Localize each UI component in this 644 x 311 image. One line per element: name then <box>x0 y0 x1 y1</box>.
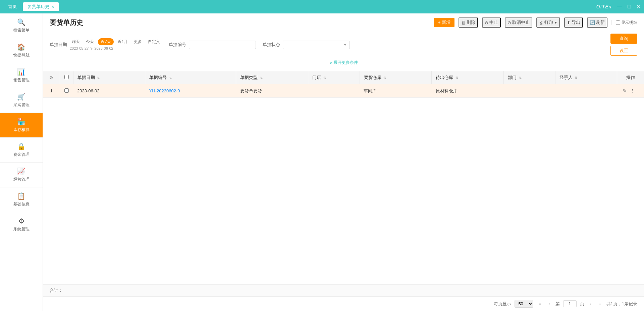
col-date-label: 单据日期 <box>77 75 95 80</box>
col-date: 单据日期 ⇅ <box>73 71 145 84</box>
maximize-button[interactable]: □ <box>628 4 631 10</box>
col-number: 单据编号 ⇅ <box>145 71 236 84</box>
cell-number: YH-20230602-0 <box>145 84 236 98</box>
date-7days[interactable]: 近7天 <box>98 38 114 45</box>
col-department: 部门 ⇅ <box>504 71 555 84</box>
col-to-warehouse-sort[interactable]: ⇅ <box>455 76 458 80</box>
display-detail-checkbox-label[interactable]: 显示明细 <box>616 20 637 26</box>
doc-number-filter-group: 单据编号 <box>169 41 256 49</box>
tab-home[interactable]: 首页 <box>3 2 21 11</box>
col-number-label: 单据编号 <box>149 75 167 80</box>
home-icon: 🏠 <box>17 43 25 51</box>
sidebar-item-basic[interactable]: 📋 基础信息 <box>0 187 43 212</box>
sidebar-item-system-label: 系统管理 <box>13 226 30 232</box>
export-icon: ⬆ <box>567 20 571 25</box>
sidebar-item-sales[interactable]: 📊 销售管理 <box>0 63 43 88</box>
col-store-sort[interactable]: ⇅ <box>323 76 326 80</box>
settings-button[interactable]: 设置 <box>610 46 637 56</box>
col-from-warehouse: 要货仓库 ⇅ <box>360 71 432 84</box>
suspend-button[interactable]: ⊖ 中止 <box>482 17 501 28</box>
page-size-select[interactable]: 50 20 100 <box>515 300 533 308</box>
next-page-button[interactable]: › <box>588 301 593 307</box>
col-department-sort[interactable]: ⇅ <box>519 76 522 80</box>
sidebar-item-purchase[interactable]: 🛒 采购管理 <box>0 88 43 113</box>
toolbar-divider <box>611 20 612 25</box>
sidebar-item-basic-label: 基础信息 <box>13 202 30 207</box>
date-more[interactable]: 更多 <box>132 38 144 45</box>
cell-department <box>504 84 555 98</box>
date-custom[interactable]: 自定义 <box>146 38 162 45</box>
edit-icon[interactable]: ✎ <box>621 87 628 95</box>
display-detail-checkbox[interactable] <box>616 20 620 25</box>
select-all-checkbox[interactable] <box>64 75 69 79</box>
sidebar-item-finance[interactable]: 🔒 资金管理 <box>0 138 43 163</box>
cancel-suspend-button[interactable]: ⊙ 取消中止 <box>505 17 532 28</box>
doc-status-select[interactable] <box>283 41 350 49</box>
cell-checkbox <box>60 84 73 98</box>
pagination-area: 每页显示 50 20 100 « ‹ 第 页 › » 共1页，1条记录 <box>43 296 644 311</box>
filter-row: 单据日期 昨天 今天 近7天 近1月 更多 自定义 2023-05-27 至 2… <box>50 34 637 56</box>
doc-status-label: 单据状态 <box>263 42 280 48</box>
date-1month[interactable]: 近1月 <box>116 38 130 45</box>
first-page-button[interactable]: « <box>537 301 543 307</box>
sidebar-item-inventory[interactable]: 🏪 库存核算 <box>0 113 43 138</box>
col-to-warehouse-label: 待出仓库 <box>436 75 453 80</box>
content-area: 要货单历史 + 新增 🗑 删除 ⊖ 中止 ⊙ 取消中止 <box>43 13 644 311</box>
expand-more-button[interactable]: ∨ 展开更多条件 <box>50 58 637 67</box>
page-number-input[interactable] <box>563 300 577 307</box>
col-type-sort[interactable]: ⇅ <box>260 76 263 80</box>
cancel-suspend-icon: ⊙ <box>507 20 511 25</box>
refresh-icon: 🔄 <box>590 20 595 25</box>
col-operation: 操作 <box>617 71 644 84</box>
delete-button[interactable]: 🗑 删除 <box>459 17 478 28</box>
delete-icon: 🗑 <box>461 20 466 25</box>
export-button[interactable]: ⬆ 导出 <box>564 17 583 28</box>
last-page-button[interactable]: » <box>596 301 603 307</box>
store-icon: 🏪 <box>17 118 25 126</box>
tab-yaohuodan[interactable]: 要货单历史 ✕ <box>23 2 59 11</box>
doc-number-link[interactable]: YH-20230602-0 <box>149 88 180 93</box>
tab-bar: 首页 要货单历史 ✕ <box>3 2 596 11</box>
gear-icon: ⚙ <box>18 217 24 225</box>
print-icon: 🖨 <box>539 20 543 25</box>
sidebar-item-operations-label: 经营管理 <box>13 177 30 182</box>
sidebar-item-search-label: 搜索菜单 <box>13 28 30 33</box>
row-checkbox[interactable] <box>64 88 69 93</box>
col-handler-sort[interactable]: ⇅ <box>575 76 577 80</box>
date-today[interactable]: 今天 <box>84 38 96 45</box>
suspend-icon: ⊖ <box>485 20 488 25</box>
query-button[interactable]: 查询 <box>610 34 637 44</box>
prev-page-button[interactable]: ‹ <box>547 301 552 307</box>
col-handler: 经手人 ⇅ <box>555 71 617 84</box>
sidebar-item-search[interactable]: 🔍 搜索菜单 <box>0 13 43 38</box>
tab-yaohuodan-label: 要货单历史 <box>28 4 49 10</box>
tab-home-label: 首页 <box>8 4 17 10</box>
date-yesterday[interactable]: 昨天 <box>70 38 82 45</box>
refresh-button[interactable]: 🔄 刷新 <box>587 17 607 28</box>
page-suffix: 页 <box>580 301 584 307</box>
close-button[interactable]: ✕ <box>636 4 641 10</box>
print-button[interactable]: 🖨 打印 ▼ <box>536 17 560 28</box>
col-date-sort[interactable]: ⇅ <box>97 76 100 80</box>
table-settings-icon[interactable]: ⚙ <box>49 75 53 80</box>
col-number-sort[interactable]: ⇅ <box>169 76 172 80</box>
col-from-warehouse-sort[interactable]: ⇅ <box>383 76 386 80</box>
sidebar-item-system[interactable]: ⚙ 系统管理 <box>0 212 43 237</box>
sidebar-item-quicknav[interactable]: 🏠 快捷导航 <box>0 38 43 63</box>
more-icon[interactable]: ⁝ <box>630 87 635 95</box>
doc-number-input[interactable] <box>189 41 256 49</box>
table-body: 1 2023-06-02 YH-20230602-0 要货单要货 车间库 原材料… <box>43 84 644 98</box>
print-dropdown-icon: ▼ <box>554 21 557 25</box>
cell-to-warehouse: 原材料仓库 <box>432 84 504 98</box>
tab-close-icon[interactable]: ✕ <box>51 5 54 9</box>
sidebar-item-operations[interactable]: 📈 经营管理 <box>0 163 43 187</box>
chevron-down-icon: ∨ <box>329 60 332 65</box>
clipboard-icon: 📋 <box>17 192 25 200</box>
sidebar: 🔍 搜索菜单 🏠 快捷导航 📊 销售管理 🛒 采购管理 🏪 库存核算 🔒 资金管… <box>0 13 43 311</box>
add-button[interactable]: + 新增 <box>434 18 454 27</box>
minimize-button[interactable]: — <box>617 4 622 10</box>
sidebar-item-quicknav-label: 快捷导航 <box>13 52 30 58</box>
chart-icon: 📊 <box>17 68 25 76</box>
col-handler-label: 经手人 <box>559 75 573 80</box>
filter-panel: 要货单历史 + 新增 🗑 删除 ⊖ 中止 ⊙ 取消中止 <box>43 13 644 71</box>
